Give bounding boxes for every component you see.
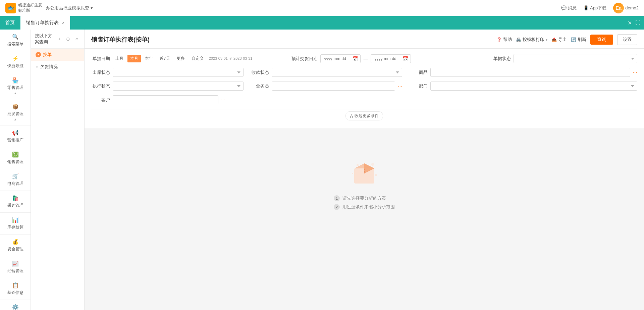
stock-status-label: 出库状态	[91, 69, 110, 75]
app-download-button[interactable]: 📱 App下载	[583, 5, 606, 11]
sidebar-item-sales[interactable]: 💹 销售管理	[0, 147, 31, 169]
svg-point-5	[371, 163, 374, 166]
logo-area: 🐟 畅捷通好生意 标准版	[5, 3, 42, 13]
payment-status-select[interactable]	[272, 68, 402, 77]
filter-group-payment-status: 收款状态	[250, 68, 402, 77]
fullscreen-icon[interactable]: ⛶	[635, 20, 641, 26]
collapse-bar: ⋀ 收起更多条件	[91, 109, 637, 122]
ecom-icon: 🛒	[12, 173, 19, 179]
exec-status-select[interactable]	[113, 82, 244, 91]
sidebar-item-system[interactable]: ⚙️ 系统管理	[0, 300, 31, 310]
sidebar-item-search[interactable]: 🔍 搜索菜单	[0, 30, 31, 51]
left-panel-item-press-order[interactable]: ● 按单	[31, 49, 84, 61]
left-panel: 按以下方案查询 + ⊙ « ● 按单 ○ 欠货情况	[31, 30, 85, 310]
sidebar-item-inventory[interactable]: 📊 库存核算	[0, 213, 31, 235]
department-label: 部门	[409, 83, 428, 89]
purchase-icon: 🛍️	[12, 195, 19, 201]
sidebar-item-operation[interactable]: 📈 经营管理	[0, 256, 31, 278]
sidebar-item-marketing[interactable]: 📢 营销推广	[0, 125, 31, 147]
collapse-up-icon: ⋀	[350, 114, 353, 118]
print-icon: 🖨️	[516, 37, 521, 42]
product-label: 商品	[409, 69, 428, 75]
message-button[interactable]: 💬 消息	[561, 5, 577, 11]
wholesale-icon: 📦	[12, 103, 19, 110]
filter-row-2: 出库状态 收款状态 商品 ···	[91, 68, 637, 77]
sidebar-item-quick-nav[interactable]: ⚡ 快捷导航	[0, 51, 31, 73]
tab-bar: 首页 销售订单执行表 × ✕ ⛶	[0, 16, 644, 30]
tab-bar-controls: ✕ ⛶	[624, 16, 644, 30]
date-label-group: 单据日期	[91, 56, 110, 62]
arrears-icon: ○	[36, 64, 38, 69]
expected-date-start-input[interactable]	[320, 54, 361, 63]
date-label: 单据日期	[91, 56, 110, 62]
product-input[interactable]	[430, 68, 630, 77]
add-plan-button[interactable]: +	[56, 36, 63, 42]
collapse-filters-button[interactable]: ⋀ 收起更多条件	[345, 111, 383, 120]
sidebar-item-purchase[interactable]: 🛍️ 采购管理	[0, 191, 31, 213]
hint-num-2: 2	[334, 204, 340, 210]
export-button[interactable]: 📤 导出	[551, 37, 567, 43]
user-menu[interactable]: Ea demo2	[613, 3, 639, 13]
hint-num-1: 1	[334, 195, 340, 201]
logo-icon: 🐟	[5, 3, 16, 13]
tab-home[interactable]: 首页	[0, 16, 20, 30]
date-tab-this-year[interactable]: 本年	[142, 55, 156, 62]
customer-ellipsis-icon[interactable]: ···	[221, 97, 225, 103]
date-tabs: 上月 本月 本年 近7天 更多 自定义	[113, 55, 206, 62]
sidebar-item-basic[interactable]: 📋 基础信息	[0, 278, 31, 300]
empty-hint-1: 1 请先选择要分析的方案	[334, 195, 395, 201]
sidebar-item-ecom[interactable]: 🛒 电商管理	[0, 169, 31, 191]
filter-row-4: 客户 ···	[91, 95, 637, 104]
print-dropdown-icon: ▾	[546, 38, 547, 42]
settings-plan-button[interactable]: ⊙	[65, 36, 71, 42]
collapse-panel-button[interactable]: «	[73, 36, 80, 42]
product-ellipsis-icon[interactable]: ···	[633, 69, 637, 75]
single-status-select[interactable]	[514, 54, 637, 63]
left-panel-header: 按以下方案查询 + ⊙ «	[31, 30, 84, 49]
finance-icon: 💰	[12, 239, 19, 245]
customer-input[interactable]	[113, 95, 218, 104]
breadcrumb[interactable]: 办公用品行业模拟账套 ▾	[46, 5, 93, 11]
date-range-display: 2023-03-01 至 2023-03-31	[209, 56, 253, 61]
avatar: Ea	[613, 3, 624, 13]
filter-group-department: 部门	[409, 82, 637, 91]
search-button[interactable]: 查询	[590, 35, 613, 45]
filter-group-customer: 客户 ···	[91, 95, 225, 104]
salesperson-input[interactable]	[272, 82, 395, 91]
date-tab-this-month[interactable]: 本月	[127, 55, 141, 62]
tab-sales-order[interactable]: 销售订单执行表 ×	[20, 16, 70, 30]
date-tab-custom[interactable]: 自定义	[189, 55, 206, 62]
filter-group-stock-status: 出库状态	[91, 68, 244, 77]
left-panel-title: 按以下方案查询	[35, 33, 56, 45]
filter-group-date: 单据日期 上月 本月 本年 近7天 更多 自定义 2023-03-01 至 20…	[91, 55, 285, 62]
operation-icon: 📈	[12, 260, 19, 267]
top-header: 🐟 畅捷通好生意 标准版 办公用品行业模拟账套 ▾ 💬 消息 📱 App下载 E…	[0, 0, 644, 16]
stock-status-select[interactable]	[113, 68, 244, 77]
tab-close-icon[interactable]: ×	[62, 20, 64, 25]
svg-point-4	[357, 164, 359, 166]
left-panel-item-arrears[interactable]: ○ 欠货情况	[31, 61, 84, 73]
page-actions: ❓ 帮助 🖨️ 按模板打印 ▾ 📤 导出 🔄 刷新 查询 设置	[496, 34, 637, 45]
sidebar-item-wholesale[interactable]: 📦 批发管理 ▲	[0, 99, 31, 125]
settings-button[interactable]: 设置	[617, 34, 637, 45]
sidebar-item-retail[interactable]: 🏪 零售管理 ▲	[0, 73, 31, 99]
page-title: 销售订单执行表(按单)	[91, 36, 150, 44]
expected-date-end-input[interactable]	[371, 54, 411, 63]
close-window-icon[interactable]: ✕	[628, 20, 632, 26]
help-button[interactable]: ❓ 帮助	[496, 37, 512, 43]
sidebar-item-finance[interactable]: 💰 资金管理	[0, 235, 31, 256]
print-button[interactable]: 🖨️ 按模板打印 ▾	[516, 37, 547, 43]
customer-label: 客户	[91, 97, 110, 103]
filter-group-product: 商品 ···	[409, 68, 637, 77]
department-select[interactable]	[430, 82, 637, 91]
date-tab-last-7[interactable]: 近7天	[157, 55, 173, 62]
date-tab-last-month[interactable]: 上月	[113, 55, 126, 62]
retail-icon: 🏪	[12, 77, 19, 84]
date-tab-more[interactable]: 更多	[174, 55, 187, 62]
single-status-label: 单据状态	[492, 56, 511, 62]
salesperson-ellipsis-icon[interactable]: ···	[398, 83, 402, 89]
filter-row-3: 执行状态 业务员 ··· 部门	[91, 82, 637, 91]
filter-group-expected-date: 预计交货日期 📅 — 📅	[291, 54, 485, 63]
logo-text: 畅捷通好生意 标准版	[18, 3, 42, 13]
refresh-button[interactable]: 🔄 刷新	[571, 37, 586, 43]
